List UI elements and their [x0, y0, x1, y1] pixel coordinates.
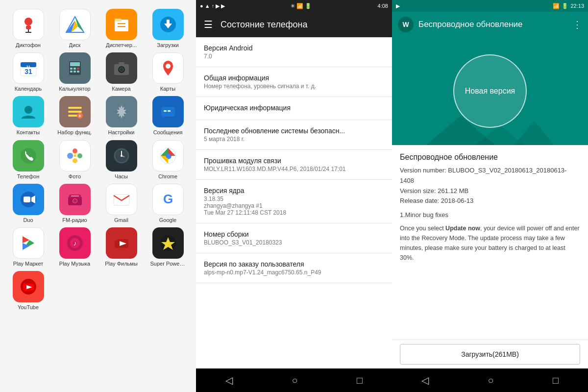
app-item-camera[interactable]: Камера	[100, 52, 143, 92]
app-label-maps: Карты	[160, 86, 175, 92]
app-label-files: Диспетчер...	[106, 42, 137, 49]
status-item-4[interactable]: Прошивка модуля связиMOLY.LR11.W1603.MD.…	[196, 150, 392, 180]
app-label-calc: Калькулятор	[59, 86, 90, 92]
app-label-recorder: Диктофон	[16, 42, 41, 49]
app-label-playvideo: Play Фильмы	[105, 261, 138, 267]
svg-point-33	[24, 106, 32, 114]
svg-point-32	[166, 64, 171, 69]
toolbar-title: Состояние телефона	[220, 20, 308, 30]
app-icon-clock	[106, 140, 137, 172]
back-icon[interactable]: ◁	[225, 374, 233, 386]
svg-text:♪: ♪	[73, 239, 76, 247]
svg-point-30	[120, 68, 123, 71]
status-item-2[interactable]: Юридическая информация	[196, 97, 392, 120]
app-item-playmusic[interactable]: ♪Play Музыка	[53, 227, 96, 267]
svg-rect-24	[70, 71, 73, 73]
status-item-5[interactable]: Версия ядра3.18.35 zhangya@zhangya #1 Tu…	[196, 180, 392, 223]
app-item-calc[interactable]: Калькулятор	[53, 52, 96, 92]
home-icon[interactable]: ○	[292, 375, 297, 386]
status-item-subtitle-1: Номер телефона, уровень сигнала и т. д.	[204, 83, 384, 90]
ota-btn-container: Загрузить(261MB)	[392, 340, 588, 368]
app-item-drive[interactable]: Диск	[53, 9, 96, 49]
app-item-playmarket[interactable]: Play Маркет	[7, 227, 49, 267]
app-item-superpower[interactable]: Super Power...	[147, 227, 189, 267]
app-icon-calendar: 3131	[13, 52, 44, 84]
status-item-7[interactable]: Версия по заказу пользователяalps-mp-n0.…	[196, 253, 392, 283]
status-item-title-5: Версия ядра	[204, 187, 384, 195]
app-item-duo[interactable]: Duo	[7, 184, 49, 223]
app-icon-playmarket	[13, 227, 44, 259]
app-label-chrome: Chrome	[158, 173, 177, 180]
app-item-nabor[interactable]: +Набор функц.	[53, 96, 96, 136]
nav-bar-3: ◁ ○ □	[392, 368, 588, 392]
status-item-title-7: Версия по заказу пользователя	[204, 260, 384, 268]
app-item-contacts[interactable]: Контакты	[7, 96, 49, 136]
status-item-6[interactable]: Номер сборкиBLUBOO_S3_V01_20180323	[196, 223, 392, 253]
app-item-maps[interactable]: Карты	[147, 52, 189, 92]
status-icons: ● ▲ ↑ ▶ ▶	[200, 3, 225, 9]
ota-section-title: Беспроводное обновление	[400, 153, 580, 162]
app-label-photo: Фото	[69, 173, 81, 180]
app-item-recorder[interactable]: Диктофон	[7, 9, 49, 49]
app-item-files[interactable]: Диспетчер...	[100, 9, 143, 49]
app-icon-contacts	[13, 96, 44, 127]
app-item-calendar[interactable]: 3131Календарь	[7, 52, 49, 92]
ota-version-number: Version number: BLUBOO_S3_V02_20180613_2…	[400, 166, 580, 186]
more-options-icon[interactable]: ⋮	[572, 19, 582, 30]
status-item-title-1: Общая информация	[204, 74, 384, 82]
status-item-3[interactable]: Последнее обновление системы безопасн...…	[196, 120, 392, 150]
recents-icon-3[interactable]: □	[553, 375, 559, 386]
menu-icon[interactable]: ☰	[204, 19, 213, 30]
app-item-youtube[interactable]: YouTube	[7, 271, 49, 311]
signal-icons: ● ▲ ↑ ▶ ▶	[200, 3, 225, 9]
play-icon: ▶	[396, 3, 400, 9]
ota-hero: Новая версия	[392, 37, 588, 145]
back-icon-3[interactable]: ◁	[421, 374, 429, 386]
svg-point-65	[74, 200, 75, 201]
status-item-title-2: Юридическая информация	[204, 104, 384, 112]
app-icon-downloads	[152, 9, 184, 40]
app-icon-files	[106, 9, 137, 40]
app-item-playvideo[interactable]: Play Фильмы	[100, 227, 143, 267]
app-icon-gmail	[106, 184, 137, 215]
svg-point-47	[73, 148, 77, 153]
app-item-google[interactable]: GGoogle	[147, 184, 189, 223]
nav-bar-2: ◁ ○ □	[196, 368, 392, 392]
status-item-title-4: Прошивка модуля связи	[204, 157, 384, 165]
ota-version-size: Version size: 261.12 MB	[400, 186, 580, 196]
ota-new-version-circle[interactable]: Новая версия	[453, 54, 527, 128]
app-item-gmail[interactable]: Gmail	[100, 184, 143, 223]
app-item-clock[interactable]: Часы	[100, 140, 143, 180]
status-item-0[interactable]: Версия Android7.0	[196, 37, 392, 67]
status-item-subtitle-4: MOLY.LR11.W1603.MD.MP.V44.P6, 2018/01/24…	[204, 166, 384, 172]
recents-icon[interactable]: □	[357, 375, 363, 386]
ota-download-button[interactable]: Загрузить(261MB)	[400, 344, 580, 365]
app-item-phone[interactable]: Телефон	[7, 140, 49, 180]
app-item-messages[interactable]: Сообщения	[147, 96, 189, 136]
svg-point-46	[67, 153, 73, 159]
status-time-3: 22:13	[570, 3, 584, 9]
svg-point-58	[166, 153, 171, 158]
app-icon-phone	[13, 140, 44, 172]
app-icon-recorder	[13, 9, 44, 40]
ota-content: Беспроводное обновление Version number: …	[392, 145, 588, 340]
ota-panel: ▶ 📶 🔋 22:13 W Беспроводное обновление ⋮ …	[392, 0, 588, 392]
svg-rect-1	[26, 25, 31, 29]
app-label-phone: Телефон	[17, 173, 40, 180]
svg-text:+: +	[78, 113, 81, 119]
app-label-downloads: Загрузки	[157, 42, 178, 49]
svg-rect-43	[168, 110, 171, 112]
app-icon-photo	[59, 140, 91, 172]
home-icon-3[interactable]: ○	[488, 375, 493, 386]
app-item-downloads[interactable]: Загрузки	[147, 9, 189, 49]
battery-icon: 🔋	[562, 3, 568, 9]
status-item-1[interactable]: Общая информацияНомер телефона, уровень …	[196, 67, 392, 97]
app-item-fmradio[interactable]: FM-радио	[53, 184, 96, 223]
app-item-chrome[interactable]: Chrome	[147, 140, 189, 180]
svg-point-48	[77, 153, 82, 158]
app-icon-superpower	[152, 227, 184, 259]
app-label-clock: Часы	[115, 173, 128, 180]
app-item-settings[interactable]: Настройки	[100, 96, 143, 136]
app-item-photo[interactable]: Фото	[53, 140, 96, 180]
app-label-drive: Диск	[69, 42, 81, 49]
